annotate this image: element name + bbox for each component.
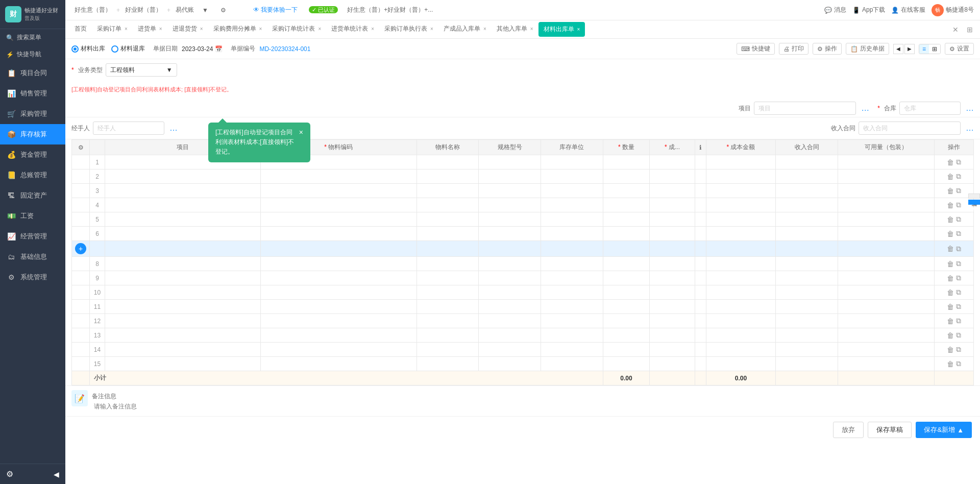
table-cell[interactable] <box>706 343 776 357</box>
table-cell[interactable] <box>776 314 838 328</box>
dropdown-arrow[interactable]: ▲ <box>957 426 964 434</box>
table-cell[interactable] <box>541 184 603 198</box>
table-cell[interactable] <box>838 357 934 371</box>
table-cell[interactable] <box>603 271 650 285</box>
calendar-icon[interactable]: 📅 <box>215 45 223 53</box>
table-cell[interactable] <box>776 170 838 184</box>
table-cell[interactable] <box>261 227 416 241</box>
table-cell[interactable] <box>479 271 541 285</box>
copy-row-btn[interactable]: ⧉ <box>956 331 961 340</box>
table-cell[interactable] <box>603 241 650 257</box>
sidebar-item-system[interactable]: ⚙ 系统管理 <box>0 267 65 287</box>
table-cell[interactable] <box>105 328 261 343</box>
shortcut-key-btn[interactable]: ⌨ 快捷键 <box>737 43 775 55</box>
table-cell[interactable] <box>105 300 261 314</box>
table-cell[interactable] <box>706 227 776 241</box>
tab-close-finished-goods[interactable]: × <box>483 26 486 32</box>
income-contract-input[interactable]: 收入合同 <box>859 122 961 135</box>
nav-dropdown[interactable]: ▼ <box>199 6 211 15</box>
table-cell[interactable] <box>261 198 416 212</box>
notes-input[interactable] <box>92 401 398 412</box>
sidebar-item-assets[interactable]: 🏗 固定资产 <box>0 185 65 206</box>
form-settings-btn[interactable]: ⚙ 设置 <box>945 43 974 55</box>
tab-close-goods-receipt[interactable]: × <box>159 26 162 32</box>
project-more-btn[interactable]: … <box>861 104 869 113</box>
table-cell[interactable] <box>261 285 416 300</box>
table-cell[interactable] <box>706 271 776 285</box>
table-cell[interactable] <box>416 271 479 285</box>
table-cell[interactable] <box>706 257 776 271</box>
table-cell[interactable] <box>416 285 479 300</box>
handler-input[interactable]: 经手人 <box>93 122 164 135</box>
table-cell[interactable] <box>105 212 261 227</box>
table-cell[interactable] <box>416 357 479 371</box>
tab-close-goods-stats[interactable]: × <box>371 26 374 32</box>
table-cell[interactable] <box>105 170 261 184</box>
table-cell[interactable] <box>603 257 650 271</box>
sidebar-item-finance[interactable]: 💰 资金管理 <box>0 144 65 165</box>
table-cell[interactable] <box>603 227 650 241</box>
table-cell[interactable] <box>838 155 934 170</box>
nav-item-goodbiz[interactable]: 好生意（普） <box>71 5 114 15</box>
table-cell[interactable] <box>541 357 603 371</box>
table-cell[interactable] <box>776 227 838 241</box>
sidebar-item-ledger[interactable]: 📒 总账管理 <box>0 165 65 185</box>
tab-goods-stats[interactable]: 进货单统计表 × <box>326 21 379 37</box>
tab-purchase-exec[interactable]: 采购订单执行表 × <box>379 21 438 37</box>
table-settings-header[interactable]: ⚙ <box>72 140 90 155</box>
table-cell[interactable] <box>650 170 695 184</box>
table-cell[interactable] <box>416 257 479 271</box>
table-cell[interactable] <box>650 300 695 314</box>
copy-row-btn[interactable]: ⧉ <box>956 359 961 368</box>
delete-row-btn[interactable]: 🗑 <box>947 245 954 253</box>
sidebar-item-inventory[interactable]: 📦 库存核算 <box>0 124 65 144</box>
user-profile[interactable]: 畅 畅捷通8号 <box>932 4 974 16</box>
table-cell[interactable] <box>706 241 776 257</box>
tab-purchase-expenses[interactable]: 采购费用分摊单 × <box>208 21 267 37</box>
table-cell[interactable] <box>706 170 776 184</box>
tab-purchase-order[interactable]: 采购订单 × <box>92 21 133 37</box>
table-cell[interactable] <box>416 343 479 357</box>
row7-project-input[interactable] <box>108 245 257 252</box>
table-cell[interactable] <box>105 314 261 328</box>
tooltip-close-btn[interactable]: × <box>299 127 303 138</box>
table-cell[interactable] <box>776 257 838 271</box>
table-cell[interactable] <box>650 271 695 285</box>
table-cell[interactable] <box>261 184 416 198</box>
sidebar-item-sales[interactable]: 📊 销售管理 <box>0 83 65 104</box>
table-cell[interactable] <box>261 343 416 357</box>
history-btn[interactable]: 📋 历史单据 <box>846 43 889 55</box>
operation-btn[interactable]: ⚙ 操作 <box>813 43 842 55</box>
table-cell[interactable] <box>776 155 838 170</box>
table-cell[interactable] <box>479 343 541 357</box>
table-cell[interactable] <box>838 285 934 300</box>
grid-view-btn[interactable]: ⊞ <box>929 44 940 54</box>
table-cell[interactable] <box>541 285 603 300</box>
tab-close-other-receipt[interactable]: × <box>530 26 533 32</box>
table-cell[interactable] <box>416 227 479 241</box>
prev-btn[interactable]: ◀ <box>893 44 903 54</box>
sidebar-item-project[interactable]: 📋 项目合同 <box>0 63 65 83</box>
table-cell[interactable] <box>105 357 261 371</box>
table-cell[interactable] <box>776 271 838 285</box>
biz-type-select[interactable]: 工程领料 ▼ <box>106 63 177 77</box>
table-cell[interactable] <box>416 300 479 314</box>
table-cell[interactable] <box>541 212 603 227</box>
table-cell[interactable] <box>838 170 934 184</box>
table-cell[interactable] <box>776 328 838 343</box>
table-cell[interactable] <box>541 227 603 241</box>
warehouse-input[interactable]: 仓库 <box>899 102 961 115</box>
table-cell[interactable] <box>603 314 650 328</box>
table-cell[interactable] <box>261 357 416 371</box>
table-cell[interactable] <box>479 357 541 371</box>
table-cell[interactable] <box>838 198 934 212</box>
table-cell[interactable] <box>479 257 541 271</box>
table-cell[interactable] <box>603 300 650 314</box>
table-cell[interactable] <box>416 170 479 184</box>
table-cell[interactable] <box>416 198 479 212</box>
table-cell[interactable] <box>603 285 650 300</box>
table-cell[interactable] <box>479 300 541 314</box>
next-btn[interactable]: ▶ <box>904 44 915 54</box>
table-cell[interactable] <box>838 227 934 241</box>
table-cell[interactable] <box>105 271 261 285</box>
